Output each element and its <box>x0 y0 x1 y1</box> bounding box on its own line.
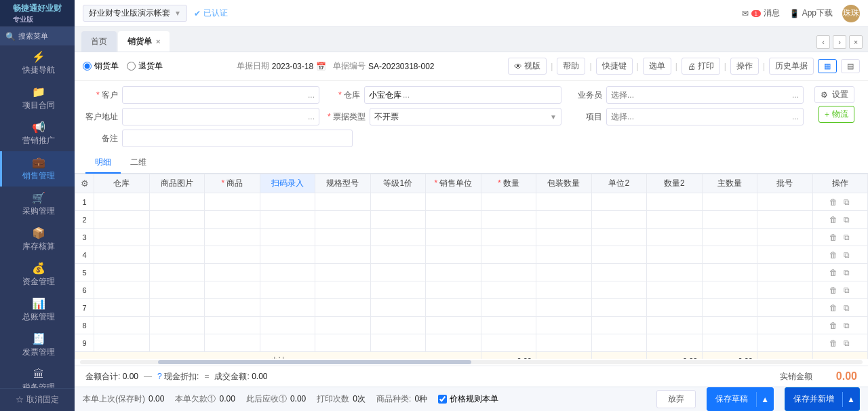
customer-addr-input[interactable]: ... <box>122 108 319 125</box>
cell-8-11[interactable] <box>702 317 757 334</box>
cell-2-7[interactable] <box>481 211 536 229</box>
copy-icon[interactable]: ⧉ <box>842 285 852 296</box>
cell-1-3[interactable] <box>260 193 315 211</box>
cell-3-11[interactable] <box>702 229 757 246</box>
cell-6-1[interactable] <box>149 281 205 299</box>
project-input[interactable]: ... <box>606 108 804 125</box>
delete-icon[interactable]: 🗑 <box>828 302 839 313</box>
cell-3-3[interactable] <box>260 229 315 246</box>
company-selector[interactable]: 好业财专业版演示帐套 ▼ <box>83 5 187 22</box>
salesperson-input[interactable]: ... <box>606 86 804 104</box>
cell-8-4[interactable] <box>315 317 371 334</box>
cell-7-4[interactable] <box>315 299 371 317</box>
cell-9-4[interactable] <box>315 334 371 352</box>
cell-1-12[interactable] <box>757 193 813 211</box>
cell-5-4[interactable] <box>315 264 371 281</box>
radio-return-input[interactable] <box>127 62 136 71</box>
cell-9-1[interactable] <box>149 334 205 352</box>
app-download-button[interactable]: 📱 App下载 <box>789 7 833 19</box>
cell-4-2[interactable] <box>205 246 260 264</box>
cell-5-7[interactable] <box>481 264 536 281</box>
cell-5-10[interactable] <box>647 264 703 281</box>
cell-1-9[interactable] <box>591 193 647 211</box>
cell-1-7[interactable] <box>481 193 536 211</box>
delete-icon[interactable]: 🗑 <box>828 320 839 331</box>
cell-1-0[interactable] <box>94 193 150 211</box>
cell-2-2[interactable] <box>205 211 260 229</box>
cell-1-5[interactable] <box>370 193 426 211</box>
toolbar-select-btn[interactable]: 选单 <box>643 58 671 75</box>
save-new-arrow-icon[interactable]: ▲ <box>842 392 859 407</box>
cell-9-9[interactable] <box>591 334 647 352</box>
cell-2-5[interactable] <box>370 211 426 229</box>
cell-5-6[interactable] <box>426 264 481 281</box>
cell-5-8[interactable] <box>536 264 592 281</box>
sidebar-item-projects[interactable]: 📁 项目合同 <box>0 81 75 116</box>
tab-prev-button[interactable]: ‹ <box>816 35 830 49</box>
cell-5-2[interactable] <box>205 264 260 281</box>
toolbar-history-btn[interactable]: 历史单据 <box>769 58 814 75</box>
cell-4-7[interactable] <box>481 246 536 264</box>
cell-4-10[interactable] <box>647 246 703 264</box>
remark-input[interactable] <box>122 130 353 147</box>
project-text-input[interactable] <box>611 112 791 121</box>
radio-sales[interactable]: 销货单 <box>83 60 119 72</box>
help-icon[interactable]: ? <box>157 372 162 381</box>
sidebar-item-inventory[interactable]: 📦 库存核算 <box>0 222 75 257</box>
cell-5-5[interactable] <box>370 264 426 281</box>
cell-5-11[interactable] <box>702 264 757 281</box>
copy-icon[interactable]: ⧉ <box>842 267 852 278</box>
cell-6-0[interactable] <box>94 281 150 299</box>
cell-8-6[interactable] <box>426 317 481 334</box>
cell-2-0[interactable] <box>94 211 150 229</box>
cell-9-0[interactable] <box>94 334 150 352</box>
sidebar-item-quick-nav[interactable]: ⚡ 快捷导航 <box>0 45 75 81</box>
cell-7-8[interactable] <box>536 299 592 317</box>
cell-3-6[interactable] <box>426 229 481 246</box>
cell-2-12[interactable] <box>757 211 813 229</box>
toolbar-layout-btn2[interactable]: ▤ <box>841 59 860 73</box>
cell-1-11[interactable] <box>702 193 757 211</box>
customer-input[interactable]: ... <box>122 86 319 104</box>
cell-7-7[interactable] <box>481 299 536 317</box>
customer-more-icon[interactable]: ... <box>308 90 315 100</box>
cell-7-10[interactable] <box>647 299 703 317</box>
logistics-button[interactable]: + 物流 <box>818 106 854 123</box>
cell-8-5[interactable] <box>370 317 426 334</box>
cell-9-6[interactable] <box>426 334 481 352</box>
cell-6-6[interactable] <box>426 281 481 299</box>
cell-7-11[interactable] <box>702 299 757 317</box>
delete-icon[interactable]: 🗑 <box>828 214 839 225</box>
sidebar-search[interactable]: 🔍 搜索菜单 <box>0 27 75 45</box>
cell-4-9[interactable] <box>591 246 647 264</box>
cell-7-0[interactable] <box>94 299 150 317</box>
warehouse-input[interactable]: 小宝仓库 ... <box>364 86 561 104</box>
cell-7-12[interactable] <box>757 299 813 317</box>
cell-2-4[interactable] <box>315 211 371 229</box>
tab-next-button[interactable]: › <box>833 35 846 49</box>
cell-8-3[interactable] <box>260 317 315 334</box>
cell-4-3[interactable] <box>260 246 315 264</box>
delete-icon[interactable]: 🗑 <box>828 338 839 349</box>
sidebar-item-purchase[interactable]: 🛒 采购管理 <box>0 187 75 222</box>
delete-icon[interactable]: 🗑 <box>828 197 839 208</box>
customer-text-input[interactable] <box>127 90 307 100</box>
cell-9-3[interactable] <box>260 334 315 352</box>
radio-return[interactable]: 退货单 <box>127 60 163 72</box>
cell-3-12[interactable] <box>757 229 813 246</box>
delete-icon[interactable]: 🗑 <box>828 250 839 260</box>
warehouse-more-icon[interactable]: ... <box>403 90 410 100</box>
tab-close-all-button[interactable]: × <box>849 35 863 49</box>
cell-6-3[interactable] <box>260 281 315 299</box>
cell-2-11[interactable] <box>702 211 757 229</box>
cell-2-9[interactable] <box>591 211 647 229</box>
cell-8-2[interactable] <box>205 317 260 334</box>
cell-5-12[interactable] <box>757 264 813 281</box>
save-draft-button[interactable]: 保存草稿 ▲ <box>707 387 774 411</box>
cell-1-4[interactable] <box>315 193 371 211</box>
cell-6-10[interactable] <box>647 281 703 299</box>
cell-9-8[interactable] <box>536 334 592 352</box>
cell-1-2[interactable] <box>205 193 260 211</box>
price-check-label[interactable]: 价格规则本单 <box>438 393 498 405</box>
cell-5-3[interactable] <box>260 264 315 281</box>
